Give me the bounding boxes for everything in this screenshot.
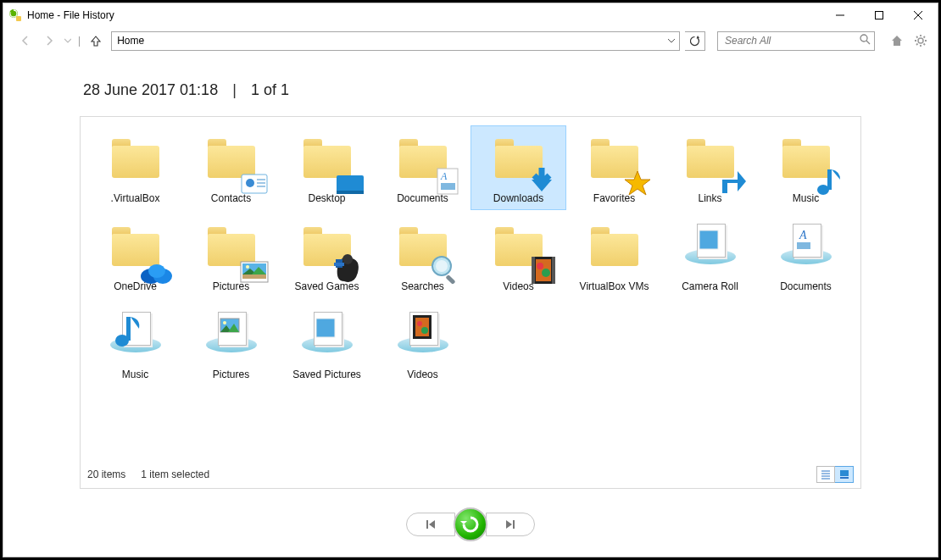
back-button[interactable] [15, 30, 36, 51]
details-view-button[interactable] [816, 466, 835, 483]
item-label: Videos [503, 280, 533, 292]
item-onedrive[interactable]: OneDrive [87, 213, 183, 298]
svg-line-16 [924, 44, 926, 46]
svg-point-62 [223, 321, 226, 324]
window-controls [821, 3, 938, 27]
folder-music-icon [777, 130, 836, 189]
folder-downloads-icon [489, 130, 548, 189]
svg-rect-50 [552, 257, 555, 284]
item-saved-pictures[interactable]: Saved Pictures [279, 302, 375, 386]
svg-point-35 [148, 264, 165, 278]
svg-point-66 [417, 321, 422, 326]
gear-icon[interactable] [912, 32, 929, 49]
item-label: Music [122, 369, 148, 380]
item-documents[interactable]: ADocuments [375, 125, 470, 210]
up-button[interactable] [86, 30, 106, 51]
svg-text:A: A [440, 170, 448, 182]
forward-button[interactable] [39, 30, 59, 51]
search-input[interactable] [723, 34, 860, 47]
maximize-button[interactable] [860, 3, 899, 27]
svg-rect-44 [334, 263, 344, 266]
svg-text:A: A [799, 229, 807, 241]
svg-rect-72 [840, 470, 849, 476]
svg-rect-58 [126, 317, 131, 341]
svg-point-31 [817, 185, 829, 195]
item-label: Saved Pictures [292, 369, 361, 380]
close-button[interactable] [899, 3, 938, 27]
items-pane: .VirtualBoxContactsDesktopADocumentsDown… [80, 116, 861, 489]
svg-marker-76 [460, 521, 467, 524]
refresh-button[interactable] [685, 31, 705, 51]
svg-rect-56 [797, 242, 810, 249]
item-videos[interactable]: Videos [375, 302, 470, 386]
address-bar[interactable]: Home [111, 31, 680, 51]
svg-line-18 [924, 36, 926, 38]
item-saved-games[interactable]: Saved Games [279, 213, 375, 298]
folder-desktop-icon [298, 130, 357, 189]
content: 28 June 2017 01:18 | 1 of 1 .VirtualBoxC… [80, 81, 861, 489]
svg-point-10 [918, 38, 923, 43]
next-version-button[interactable] [486, 513, 535, 536]
address-dropdown-icon[interactable] [664, 32, 679, 50]
svg-line-15 [916, 36, 918, 38]
item-label: Pictures [213, 369, 249, 380]
svg-rect-2 [16, 16, 21, 21]
icons-view-button[interactable] [835, 466, 854, 483]
svg-point-20 [246, 179, 254, 187]
item-count: 20 items [87, 469, 125, 480]
item-music[interactable]: Music [758, 125, 854, 210]
svg-rect-21 [257, 179, 265, 180]
item-desktop[interactable]: Desktop [279, 125, 375, 210]
svg-rect-63 [316, 319, 335, 337]
item-pictures[interactable]: Pictures [183, 302, 279, 386]
item-searches[interactable]: Searches [375, 213, 470, 298]
window: Home - File History | Home [3, 3, 938, 557]
view-toggles [816, 466, 854, 483]
search-box[interactable] [717, 31, 875, 51]
svg-point-46 [436, 260, 448, 272]
separator: | [78, 35, 81, 47]
toolbar: | Home [3, 27, 938, 54]
item-favorites[interactable]: Favorites [566, 125, 662, 210]
item-documents[interactable]: ADocuments [758, 213, 854, 298]
item-label: Music [793, 192, 819, 204]
minimize-button[interactable] [821, 3, 860, 27]
svg-line-17 [916, 44, 918, 46]
icon-grid: .VirtualBoxContactsDesktopADocumentsDown… [87, 125, 854, 386]
svg-line-9 [866, 41, 870, 44]
restore-button[interactable] [454, 507, 487, 541]
item-camera-roll[interactable]: Camera Roll [662, 213, 758, 298]
item-links[interactable]: Links [662, 125, 758, 210]
library-pictures-icon [202, 306, 261, 365]
item-pictures[interactable]: Pictures [183, 213, 279, 298]
item-music[interactable]: Music [87, 302, 183, 386]
item-videos[interactable]: Videos [470, 213, 566, 298]
svg-point-67 [421, 327, 428, 334]
item-downloads[interactable]: Downloads [470, 125, 566, 210]
svg-point-8 [860, 35, 867, 42]
item-label: Camera Roll [682, 280, 738, 292]
library-videos-icon [393, 306, 453, 365]
version-position: 1 of 1 [251, 81, 289, 98]
svg-rect-78 [513, 520, 515, 529]
home-icon[interactable] [888, 32, 905, 49]
svg-point-52 [537, 263, 543, 269]
previous-version-button[interactable] [406, 513, 455, 536]
item-contacts[interactable]: Contacts [183, 125, 279, 210]
svg-marker-77 [506, 520, 512, 529]
svg-rect-74 [426, 520, 428, 529]
folder-videos-icon [489, 218, 548, 277]
version-timestamp: 28 June 2017 01:18 [83, 81, 218, 98]
item--virtualbox[interactable]: .VirtualBox [87, 125, 183, 210]
folder-search-icon [393, 218, 453, 277]
svg-marker-7 [697, 36, 700, 39]
library-documents-icon: A [777, 218, 836, 277]
svg-rect-65 [415, 318, 429, 336]
item-label: .VirtualBox [111, 192, 160, 204]
folder-icon [106, 130, 165, 189]
item-label: VirtualBox VMs [580, 280, 649, 292]
item-label: Videos [407, 369, 437, 380]
recent-dropdown[interactable] [63, 30, 73, 51]
item-virtualbox-vms[interactable]: VirtualBox VMs [566, 213, 662, 298]
svg-point-53 [542, 269, 550, 277]
